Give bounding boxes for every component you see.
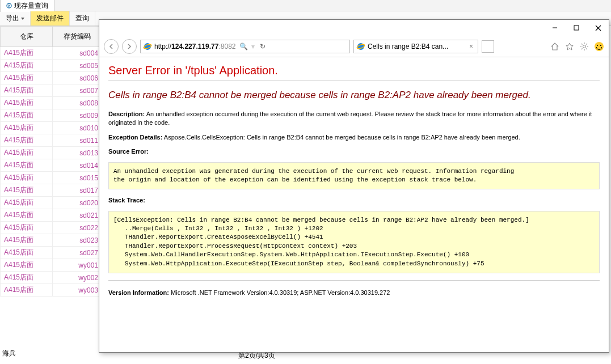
search-icon[interactable]: 🔍 xyxy=(238,43,249,50)
cell-code: sd006 xyxy=(53,72,102,84)
cell-warehouse: A415店面 xyxy=(1,259,53,272)
cell-warehouse: A415店面 xyxy=(1,97,53,109)
caret-down-icon xyxy=(21,18,24,20)
maximize-button[interactable] xyxy=(566,22,587,34)
cell-code: sd017 xyxy=(53,184,102,197)
cell-code: wy002 xyxy=(53,272,102,284)
table-row[interactable]: A415店面wy001 xyxy=(1,259,102,272)
table-row[interactable]: A415店面sd006 xyxy=(1,72,102,84)
description-text: An unhandled exception occurred during t… xyxy=(108,111,592,126)
svg-rect-4 xyxy=(574,26,579,30)
table-row[interactable]: A415店面sd021 xyxy=(1,209,102,222)
version-text: Microsoft .NET Framework Version:4.0.303… xyxy=(169,289,390,296)
exception-label: Exception Details: xyxy=(108,134,162,141)
table-row[interactable]: A415店面sd007 xyxy=(1,84,102,97)
table-row[interactable]: A415店面sd005 xyxy=(1,60,102,72)
table-row[interactable]: A415店面sd023 xyxy=(1,234,102,247)
stack-trace-box: [CellsException: Cells in range B2:B4 ca… xyxy=(108,211,600,273)
cell-code: sd014 xyxy=(53,159,102,172)
settings-gear-icon[interactable] xyxy=(579,41,589,52)
cell-warehouse: A415店面 xyxy=(1,197,53,209)
app-tab[interactable]: 现存量查询 xyxy=(0,0,54,12)
cell-warehouse: A415店面 xyxy=(1,184,53,197)
table-row[interactable]: A415店面sd004 xyxy=(1,47,102,60)
cell-warehouse: A415店面 xyxy=(1,109,53,122)
cell-code: sd027 xyxy=(53,247,102,259)
favorites-icon[interactable] xyxy=(564,41,575,52)
svg-line-16 xyxy=(581,44,583,45)
cell-warehouse: A415店面 xyxy=(1,72,53,84)
error-heading: Server Error in '/tplus' Application. xyxy=(108,64,600,77)
query-button[interactable]: 查询 xyxy=(70,11,95,26)
data-grid[interactable]: 仓库 存货编码 A415店面sd004A415店面sd005A415店面sd00… xyxy=(0,26,102,297)
cell-code: sd022 xyxy=(53,222,102,234)
col-code[interactable]: 存货编码 xyxy=(53,27,102,47)
cell-warehouse: A415店面 xyxy=(1,134,53,147)
table-row[interactable]: A415店面sd027 xyxy=(1,247,102,259)
footer-user: 海兵 xyxy=(2,349,16,358)
cell-warehouse: A415店面 xyxy=(1,234,53,247)
table-row[interactable]: A415店面sd008 xyxy=(1,97,102,109)
table-row[interactable]: A415店面sd020 xyxy=(1,197,102,209)
cell-warehouse: A415店面 xyxy=(1,147,53,159)
error-page: Server Error in '/tplus' Application. Ce… xyxy=(99,57,609,352)
close-tab-icon[interactable] xyxy=(6,3,12,9)
cell-warehouse: A415店面 xyxy=(1,122,53,134)
table-row[interactable]: A415店面sd013 xyxy=(1,147,102,159)
table-row[interactable]: A415店面sd010 xyxy=(1,122,102,134)
version-label: Version Information: xyxy=(108,289,169,296)
col-warehouse[interactable]: 仓库 xyxy=(1,27,53,47)
browser-tab-title: Cells in range B2:B4 can... xyxy=(368,43,448,50)
divider xyxy=(108,81,600,81)
send-mail-button[interactable]: 发送邮件 xyxy=(31,11,70,26)
cell-code: sd011 xyxy=(53,134,102,147)
cell-warehouse: A415店面 xyxy=(1,47,53,60)
table-row[interactable]: A415店面sd011 xyxy=(1,134,102,147)
app-tab-title: 现存量查询 xyxy=(14,1,48,11)
ie-logo-icon xyxy=(143,42,152,51)
nav-forward-button[interactable] xyxy=(122,39,137,54)
cell-warehouse: A415店面 xyxy=(1,209,53,222)
cell-warehouse: A415店面 xyxy=(1,60,53,72)
table-row[interactable]: A415店面sd017 xyxy=(1,184,102,197)
table-row[interactable]: A415店面sd009 xyxy=(1,109,102,122)
cell-code: sd009 xyxy=(53,109,102,122)
svg-line-19 xyxy=(587,44,588,45)
cell-warehouse: A415店面 xyxy=(1,84,53,97)
export-button[interactable]: 导出 xyxy=(0,11,31,26)
cell-code: wy003 xyxy=(53,284,102,297)
table-row[interactable]: A415店面wy002 xyxy=(1,272,102,284)
table-row[interactable]: A415店面sd022 xyxy=(1,222,102,234)
ie-logo-icon xyxy=(356,42,365,51)
new-tab-button[interactable] xyxy=(482,40,494,53)
cell-code: sd023 xyxy=(53,234,102,247)
table-row[interactable]: A415店面wy003 xyxy=(1,284,102,297)
svg-line-18 xyxy=(581,48,583,49)
cell-code: sd007 xyxy=(53,84,102,97)
home-icon[interactable] xyxy=(550,41,560,52)
table-row[interactable]: A415店面sd015 xyxy=(1,172,102,184)
source-error-box: An unhandled exception was generated dur… xyxy=(108,162,600,190)
close-button[interactable] xyxy=(587,22,609,34)
browser-tab[interactable]: Cells in range B2:B4 can... × xyxy=(353,40,478,53)
cell-warehouse: A415店面 xyxy=(1,172,53,184)
cell-code: sd008 xyxy=(53,97,102,109)
cell-code: sd004 xyxy=(53,47,102,60)
cell-warehouse: A415店面 xyxy=(1,272,53,284)
description-label: Description: xyxy=(108,111,145,117)
svg-point-11 xyxy=(583,45,586,48)
cell-warehouse: A415店面 xyxy=(1,247,53,259)
table-row[interactable]: A415店面sd014 xyxy=(1,159,102,172)
tab-close-icon[interactable]: × xyxy=(467,43,475,50)
cell-warehouse: A415店面 xyxy=(1,159,53,172)
cell-code: sd010 xyxy=(53,122,102,134)
minimize-button[interactable] xyxy=(544,22,566,34)
address-bar[interactable]: http://124.227.119.77:8082 🔍 ▾ ↻ xyxy=(140,40,350,53)
cell-code: wy001 xyxy=(53,259,102,272)
refresh-icon[interactable]: ↻ xyxy=(257,43,268,50)
exception-text: Aspose.Cells.CellsException: Cells in ra… xyxy=(162,134,520,141)
nav-back-button[interactable] xyxy=(104,39,119,54)
cell-code: sd020 xyxy=(53,197,102,209)
smiley-icon[interactable] xyxy=(594,41,604,52)
cell-code: sd005 xyxy=(53,60,102,72)
